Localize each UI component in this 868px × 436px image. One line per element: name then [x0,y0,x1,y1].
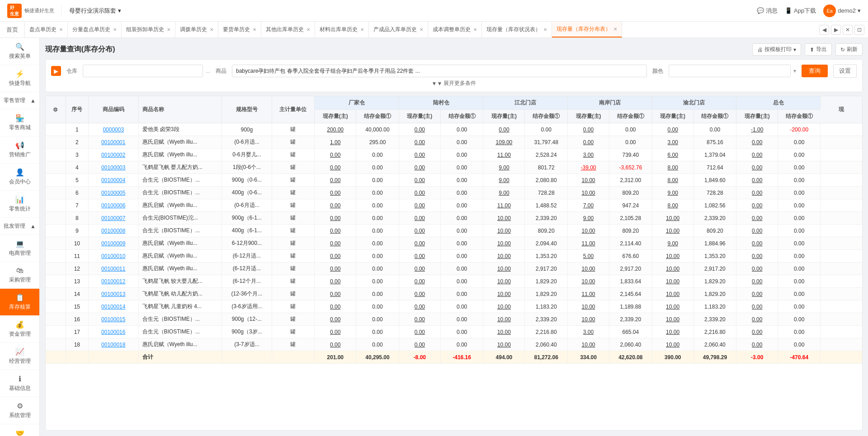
tab-item[interactable]: 其他出库单历史✕ [261,22,315,38]
cell-zc-qty[interactable]: 0.00 [736,338,778,351]
cell-cjc-qty[interactable]: 0.00 [315,263,356,275]
cell-ybmd-qty[interactable]: 10.00 [652,275,693,288]
tab-item[interactable]: 成本调整单历史✕ [428,22,482,38]
tab-item[interactable]: 盘点单历史✕ [25,22,68,38]
cell-ybmd-qty[interactable]: 10.00 [652,326,693,338]
tab-item[interactable]: 要货单历史✕ [218,22,261,38]
cell-jbmd-qty[interactable]: 10.00 [483,275,525,288]
tab-close-icon[interactable]: ✕ [307,27,310,32]
cell-zc-qty[interactable]: 0.00 [736,300,778,313]
cell-lcc-qty[interactable]: 0.00 [399,199,440,212]
cell-nams-qty[interactable]: -39.00 [567,161,609,174]
sidebar-item-搜索英单[interactable]: 🔍搜索英单 [0,38,39,65]
cell-cjc-qty[interactable]: 0.00 [315,250,356,263]
cell-zc-qty[interactable]: 0.00 [736,313,778,326]
cell-jbmd-qty[interactable]: 10.00 [483,338,525,351]
sidebar-item-营销推广[interactable]: 📢营销推广 [0,136,39,164]
app-download-btn[interactable]: 📱 App下载 [785,7,816,15]
cell-nams-qty[interactable]: 10.00 [567,187,609,199]
cell-ybmd-qty[interactable]: 8.00 [652,161,693,174]
cell-code[interactable]: 00100004 [89,174,139,187]
cell-zc-qty[interactable]: 0.00 [736,275,778,288]
cell-ybmd-qty[interactable]: 10.00 [652,338,693,351]
th-settings[interactable]: ⚙ [46,96,66,123]
tab-item[interactable]: 现存量（库存状况表）✕ [482,22,552,38]
cell-nams-qty[interactable]: 0.00 [567,123,609,136]
cell-ybmd-qty[interactable]: 10.00 [652,288,693,300]
sidebar-item-企业协同[interactable]: 🤝企业协同 [0,424,39,436]
cell-nams-qty[interactable]: 3.00 [567,149,609,161]
cell-jbmd-qty[interactable]: 9.00 [483,187,525,199]
cell-nams-qty[interactable]: 10.00 [567,313,609,326]
tab-close-icon[interactable]: ✕ [543,27,547,32]
cell-ybmd-qty[interactable]: 9.00 [652,237,693,250]
cell-jbmd-qty[interactable]: 10.00 [483,326,525,338]
cell-jbmd-qty[interactable]: 10.00 [483,250,525,263]
cell-ybmd-qty[interactable]: 10.00 [652,263,693,275]
cell-cjc-qty[interactable]: 0.00 [315,212,356,225]
message-btn[interactable]: 💬 消息 [757,7,778,15]
cell-lcc-qty[interactable]: 0.00 [399,136,440,149]
nav-selector[interactable]: 母婴行业演示陈套 ▾ [69,7,121,15]
sidebar-item-零售管理[interactable]: 零售管理▲ [0,92,39,109]
cell-ybmd-qty[interactable]: 10.00 [652,212,693,225]
cell-code[interactable]: 00100014 [89,300,139,313]
cell-cjc-qty[interactable]: 0.00 [315,174,356,187]
settings-btn[interactable]: 设置 [833,64,857,78]
cell-nams-qty[interactable]: 11.00 [567,237,609,250]
cell-nams-qty[interactable]: 11.00 [567,288,609,300]
cell-lcc-qty[interactable]: 0.00 [399,313,440,326]
cell-lcc-qty[interactable]: 0.00 [399,225,440,237]
cell-lcc-qty[interactable]: 0.00 [399,123,440,136]
cell-jbmd-qty[interactable]: 10.00 [483,288,525,300]
cell-code[interactable]: 00100010 [89,250,139,263]
cell-zc-qty[interactable]: 0.00 [736,225,778,237]
cell-ybmd-qty[interactable]: 8.00 [652,174,693,187]
cell-nams-qty[interactable]: 9.00 [567,212,609,225]
cell-lcc-qty[interactable]: 0.00 [399,237,440,250]
tab-close-icon[interactable]: ✕ [59,27,63,32]
cell-jbmd-qty[interactable]: 11.00 [483,199,525,212]
sidebar-item-经营管理[interactable]: 📈经营管理 [0,343,39,370]
tab-item[interactable]: 产成品入库单历史✕ [369,22,428,38]
tab-close-btn[interactable]: ✕ [843,25,853,35]
filter-toggle-btn[interactable]: ▶ [51,66,61,76]
cell-cjc-qty[interactable]: 0.00 [315,161,356,174]
cell-cjc-qty[interactable]: 0.00 [315,199,356,212]
sidebar-item-系统管理[interactable]: ⚙系统管理 [0,397,39,424]
cell-zc-qty[interactable]: 0.00 [736,288,778,300]
cell-cjc-qty[interactable]: 0.00 [315,275,356,288]
cell-cjc-qty[interactable]: 0.00 [315,313,356,326]
cell-zc-qty[interactable]: 0.00 [736,199,778,212]
sidebar-item-库存核算[interactable]: 📋库存核算 [0,289,39,316]
tab-close-icon[interactable]: ✕ [210,27,213,32]
cell-code[interactable]: 00100001 [89,136,139,149]
cell-jbmd-qty[interactable]: 11.00 [483,149,525,161]
cell-cjc-qty[interactable]: 0.00 [315,149,356,161]
tab-close-icon[interactable]: ✕ [167,27,170,32]
cell-jbmd-qty[interactable]: 0.00 [483,123,525,136]
cell-lcc-qty[interactable]: 0.00 [399,338,440,351]
sidebar-item-电商管理[interactable]: 💻电商管理 [0,235,39,262]
sidebar-item-批发管理[interactable]: 批发管理▲ [0,218,39,235]
cell-zc-qty[interactable]: 0.00 [736,136,778,149]
cell-nams-qty[interactable]: 3.00 [567,326,609,338]
cell-lcc-qty[interactable]: 0.00 [399,161,440,174]
cell-zc-qty[interactable]: 0.00 [736,212,778,225]
cell-ybmd-qty[interactable]: 8.00 [652,199,693,212]
cell-jbmd-qty[interactable]: 10.00 [483,237,525,250]
cell-lcc-qty[interactable]: 0.00 [399,250,440,263]
cell-ybmd-qty[interactable]: 9.00 [652,187,693,199]
cell-nams-qty[interactable]: 5.00 [567,250,609,263]
cell-nams-qty[interactable]: 10.00 [567,338,609,351]
cell-ybmd-qty[interactable]: 10.00 [652,225,693,237]
tab-next-btn[interactable]: ▶ [831,25,841,35]
cell-jbmd-qty[interactable]: 10.00 [483,313,525,326]
cell-zc-qty[interactable]: 0.00 [736,161,778,174]
cell-code[interactable]: 00100009 [89,237,139,250]
cell-lcc-qty[interactable]: 0.00 [399,288,440,300]
cell-nams-qty[interactable]: 10.00 [567,275,609,288]
cell-jbmd-qty[interactable]: 10.00 [483,300,525,313]
cell-nams-qty[interactable]: 7.00 [567,199,609,212]
cell-code[interactable]: 00100007 [89,212,139,225]
